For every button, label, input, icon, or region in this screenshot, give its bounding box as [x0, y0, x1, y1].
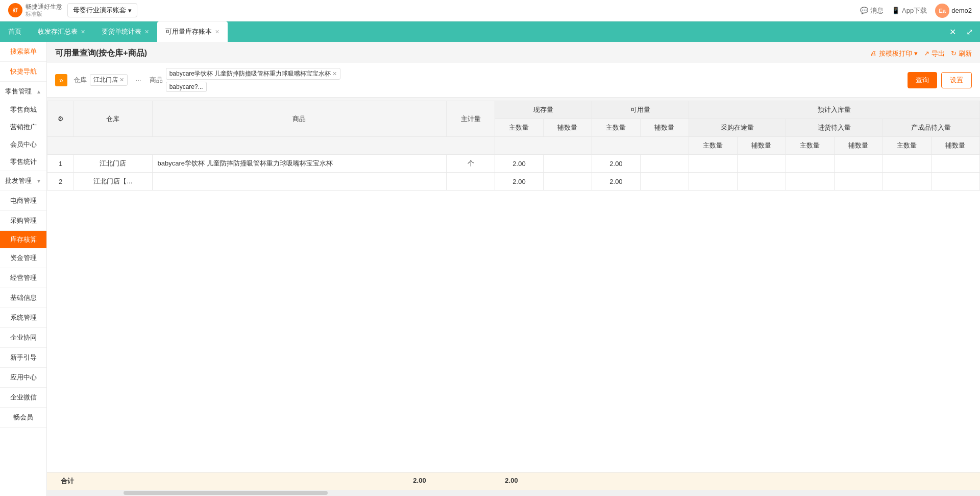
refresh-btn[interactable]: ↻ 刷新 — [951, 49, 972, 58]
tab-order-stats[interactable]: 要货单统计表 ✕ — [93, 21, 157, 42]
message-action[interactable]: 💬 消息 — [860, 6, 884, 15]
avatar: Ea — [935, 4, 949, 18]
print-btn[interactable]: 🖨 按模板打印 ▾ — [870, 49, 918, 58]
th-purchase-transit-label: 采购在途量 — [689, 119, 786, 137]
th-ip-aux: 辅数量 — [834, 137, 883, 155]
sidebar-item-basic[interactable]: 基础信息 — [0, 288, 46, 308]
app-download-action[interactable]: 📱 App下载 — [892, 6, 927, 15]
table-row: 2 江北门店【... 2.00 2.00 — [47, 173, 980, 191]
table-container[interactable]: ⚙ 仓库 商品 主计量 现存量 可用量 预计入库量 主数量 辅数量 主数量 辅数… — [47, 101, 980, 472]
wholesale-group-header[interactable]: 批发管理 ▼ — [0, 171, 46, 191]
row2-pt-main — [689, 173, 737, 191]
th-product: 商品 — [152, 101, 446, 137]
filter-more-btn[interactable]: ··· — [134, 75, 143, 85]
tab-receive-summary[interactable]: 收发存汇总表 ✕ — [30, 21, 93, 42]
sidebar-search[interactable]: 搜索菜单 — [0, 42, 46, 62]
row2-available-aux — [640, 173, 689, 191]
main-layout: 搜索菜单 快捷导航 零售管理 ▲ 零售商城 营销推广 会员中心 零售统计 — [0, 42, 980, 496]
nav-tabs: 首页 收发存汇总表 ✕ 要货单统计表 ✕ 可用量库存账本 ✕ ✕ ⤢ — [0, 21, 980, 42]
row2-fp-aux — [931, 173, 979, 191]
main-table: ⚙ 仓库 商品 主计量 现存量 可用量 预计入库量 主数量 辅数量 主数量 辅数… — [47, 101, 980, 191]
row2-available-main: 2.00 — [592, 173, 640, 191]
top-bar: 好 畅捷通好生意 标准版 母婴行业演示账套 ▾ 💬 消息 📱 App下载 Ea … — [0, 0, 980, 21]
sidebar-quick-nav[interactable]: 快捷导航 — [0, 62, 46, 82]
dropdown-icon: ▾ — [128, 7, 132, 14]
warehouse-tag-1[interactable]: 江北门店 ✕ — [90, 74, 128, 86]
tab-order-close[interactable]: ✕ — [144, 29, 149, 35]
summary-label: 合计 — [47, 477, 88, 486]
filter-expand-btn[interactable]: » — [55, 74, 67, 86]
logo-icon: 好 — [8, 3, 22, 17]
sidebar: 搜索菜单 快捷导航 零售管理 ▲ 零售商城 营销推广 会员中心 零售统计 — [0, 42, 47, 496]
row2-ip-aux — [834, 173, 883, 191]
query-btn[interactable]: 查询 — [908, 72, 937, 88]
sidebar-item-inventory[interactable]: 库存核算 — [0, 231, 46, 248]
sidebar-item-purchase[interactable]: 采购管理 — [0, 211, 46, 231]
sidebar-item-member[interactable]: 会员中心 — [0, 136, 46, 153]
tab-available-close[interactable]: ✕ — [215, 29, 219, 35]
sidebar-item-wechat[interactable]: 企业微信 — [0, 388, 46, 408]
product-filter-group: 商品 babycare学饮杯 儿童防摔防撞吸管杯重力球吸嘴杯宝宝水杯 ✕ bab… — [150, 68, 345, 92]
industry-selector[interactable]: 母婴行业演示账套 ▾ — [67, 3, 137, 17]
sidebar-item-chang-member[interactable]: 畅会员 — [0, 408, 46, 428]
quick-nav-label: 快捷导航 — [10, 67, 37, 75]
sidebar-item-retail-store[interactable]: 零售商城 — [0, 101, 46, 119]
industry-label: 母婴行业演示账套 — [73, 6, 126, 15]
sidebar-item-guide[interactable]: 新手引导 — [0, 348, 46, 368]
row1-stock-main: 2.00 — [495, 155, 544, 173]
page-title: 可用量查询(按仓库+商品) — [55, 48, 147, 59]
product-tag-close-1[interactable]: ✕ — [332, 70, 337, 77]
refresh-label: 刷新 — [959, 49, 972, 58]
filter-actions: 查询 设置 — [908, 72, 972, 88]
row2-seq: 2 — [47, 173, 74, 191]
row2-pt-aux — [737, 173, 786, 191]
export-btn[interactable]: ↗ 导出 — [924, 49, 945, 58]
sidebar-item-retail-stats[interactable]: 零售统计 — [0, 153, 46, 171]
close-all-btn[interactable]: ✕ — [946, 26, 959, 38]
sidebar-item-operation[interactable]: 经营管理 — [0, 268, 46, 288]
sidebar-item-system[interactable]: 系统管理 — [0, 308, 46, 328]
row2-unit — [447, 173, 495, 191]
user-area[interactable]: Ea demo2 — [935, 4, 972, 18]
retail-group-header[interactable]: 零售管理 ▲ — [0, 82, 46, 101]
sidebar-item-collab[interactable]: 企业协同 — [0, 328, 46, 348]
th-fp-aux: 辅数量 — [931, 137, 979, 155]
sidebar-item-appcenter[interactable]: 应用中心 — [0, 368, 46, 388]
th-settings[interactable]: ⚙ — [47, 101, 74, 137]
wholesale-arrow: ▼ — [36, 178, 41, 184]
settings-btn[interactable]: 设置 — [941, 72, 972, 88]
sidebar-group-wholesale: 批发管理 ▼ — [0, 171, 46, 191]
row1-available-aux — [640, 155, 689, 173]
warehouse-label: 仓库 — [74, 76, 87, 85]
user-name: demo2 — [951, 7, 972, 14]
logo-text-block: 畅捷通好生意 标准版 — [26, 3, 62, 18]
sidebar-item-marketing[interactable]: 营销推广 — [0, 119, 46, 136]
summary-footer: 合计 2.00 2.00 — [47, 472, 980, 490]
logo-sub: 标准版 — [26, 10, 62, 18]
row2-fp-main — [883, 173, 931, 191]
row2-warehouse: 江北门店【... — [74, 173, 152, 191]
tab-home[interactable]: 首页 — [0, 21, 30, 42]
row2-stock-main: 2.00 — [495, 173, 544, 191]
summary-available-main: 2.00 — [486, 477, 537, 486]
product-tag-text-1: babycare学饮杯 儿童防摔防撞吸管杯重力球吸嘴杯宝宝水杯 — [169, 69, 331, 78]
row1-product: babycare学饮杯 儿童防摔防撞吸管杯重力球吸嘴杯宝宝水杯 — [152, 155, 446, 173]
print-icon: 🖨 — [870, 50, 877, 57]
maximize-btn[interactable]: ⤢ — [963, 26, 976, 38]
tab-receive-close[interactable]: ✕ — [81, 29, 85, 35]
sidebar-item-ecommerce[interactable]: 电商管理 — [0, 191, 46, 211]
product-tag-1[interactable]: babycare学饮杯 儿童防摔防撞吸管杯重力球吸嘴杯宝宝水杯 ✕ — [166, 68, 341, 80]
scrollbar[interactable] — [47, 490, 980, 496]
th-pt-main: 主数量 — [689, 137, 737, 155]
warehouse-tag-text: 江北门店 — [93, 76, 118, 84]
product-tag-2[interactable]: babycare?... — [166, 82, 207, 92]
warehouse-tag-close[interactable]: ✕ — [119, 77, 124, 83]
tab-available-stock[interactable]: 可用量库存账本 ✕ — [157, 21, 228, 42]
warehouse-filter-group: 仓库 江北门店 ✕ — [74, 74, 128, 86]
scrollbar-thumb[interactable] — [124, 491, 328, 495]
sidebar-item-finance[interactable]: 资金管理 — [0, 248, 46, 268]
app-download-label: App下载 — [902, 6, 927, 15]
page-actions: 🖨 按模板打印 ▾ ↗ 导出 ↻ 刷新 — [870, 49, 972, 58]
page-header: 可用量查询(按仓库+商品) 🖨 按模板打印 ▾ ↗ 导出 ↻ 刷新 — [47, 42, 980, 63]
table-row: 1 江北门店 babycare学饮杯 儿童防摔防撞吸管杯重力球吸嘴杯宝宝水杯 个… — [47, 155, 980, 173]
